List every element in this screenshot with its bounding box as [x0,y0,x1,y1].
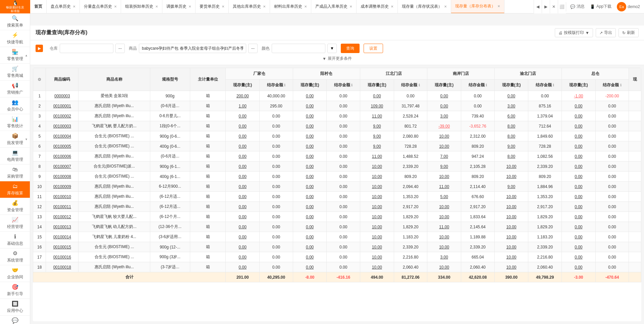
system-icon: ⚙ [13,250,17,257]
print-icon: 🖨 [558,31,562,35]
tab-10[interactable]: 现存量（库存状况表） ✕ [398,0,451,13]
tab-2[interactable]: 分量盘点单历史 ✕ [80,0,121,13]
c5-info-icon[interactable]: ℹ [553,83,554,87]
setting-btn[interactable]: 设置 [364,44,383,53]
c3-info-icon[interactable]: ℹ [419,83,420,87]
th-settings[interactable]: ⚙ [33,68,46,91]
sidebar-item-base[interactable]: ℹ 基础信息 [0,232,30,248]
total-row: 合计201.0040,295.00-8.00-416.16494.0081,27… [33,272,641,282]
sidebar-item-wechat[interactable]: 💬 企业微信 [0,316,30,324]
table-container[interactable]: ⚙ 商品编码 商品名称 规格型号 主计量单位 厂家仓 陌村仓 江北门店 南岸门店… [33,68,641,321]
tab-8[interactable]: 产成品入库单历史 ✕ [311,0,357,13]
export-btn[interactable]: ↗ 导出 [596,28,616,37]
goods-filter: 商品 ··· [129,44,258,53]
sidebar-item-purchase[interactable]: 🛍 采购管理 [0,165,30,181]
tab-11[interactable]: 现存量（库存分布表） ✕ [451,0,504,13]
inventory-icon: 🗂 [12,183,18,189]
tab-home[interactable]: 首页 [30,0,47,13]
color-dropdown-btn[interactable]: ▼ [327,44,337,53]
print-label: 按模版打印 [564,30,584,36]
tab-4[interactable]: 调拨单历史 ✕ [162,0,196,13]
tab-close-btn[interactable]: ✕ [550,0,558,13]
table-row: 1200100011惠氏启陪 (Wyeth illu...(6-12月适...箱… [33,202,641,212]
tab-next-btn[interactable]: ▶ [542,0,550,13]
sidebar-item-shop[interactable]: 🛒 零售商城 [0,64,30,81]
sidebar-item-collab[interactable]: 🤝 企业协同 [0,265,30,282]
sidebar-label-appstore: 应用中心 [7,308,23,314]
th-c3-amt: 结存金额 ℹ [394,80,427,91]
sidebar-item-finance[interactable]: 💰 资金管理 [0,198,30,215]
collapse-btn[interactable]: ▶ [36,45,43,52]
user-menu-btn[interactable]: Ea demo2 [617,2,640,11]
sidebar-item-appstore[interactable]: 🔲 应用中心 [0,299,30,316]
download-icon: 📱 [590,4,595,9]
c2-info-icon[interactable]: ℹ [351,83,353,87]
tab-prev-btn[interactable]: ◀ [534,0,542,13]
th-group-c2: 陌村仓 [293,68,360,80]
filter-row: ▶ 仓库 ··· 商品 ··· 颜色 ▼ 查询 设置 [36,44,639,53]
search-btn[interactable]: 查询 [341,44,360,53]
expand-row[interactable]: ▼ 展开更多条件 [36,56,639,61]
th-c4-amt: 结存金额 ℹ [461,80,495,91]
tab-3[interactable]: 组装拆卸单历史 ✕ [121,0,162,13]
wholesale-icon: 📦 [12,133,18,139]
sidebar-label-base: 基础信息 [7,241,23,246]
c1-info-icon[interactable]: ℹ [284,83,285,87]
goods-input[interactable] [139,44,246,53]
goods-dots-btn[interactable]: ··· [248,44,258,53]
tab-7[interactable]: 材料出库单历史 ✕ [270,0,311,13]
sidebar-label-purchase: 采购管理 [7,174,23,179]
total-label: 合计 [33,272,226,282]
sidebar-label-marketing: 营销推广 [7,90,23,95]
total-info-icon[interactable]: ℹ [620,83,622,87]
refresh-btn[interactable]: ↻ 刷新 [619,28,639,37]
sidebar-item-guide[interactable]: 🎯 新手引导 [0,282,30,299]
warehouse-input[interactable] [60,44,113,53]
print-btn[interactable]: 🖨 按模版打印 ▼ [555,28,593,37]
message-btn[interactable]: 💬 消息 [570,4,585,9]
tab-9[interactable]: 成本调整单历史 ✕ [357,0,398,13]
sidebar-label-inventory: 库存核算 [7,190,23,196]
th-c2-qty: 现存量(主) [293,80,327,91]
tab-expand-btn[interactable]: ⬜ [558,0,566,13]
color-label: 颜色 [262,46,270,51]
sidebar-item-ops[interactable]: 📈 经营管理 [0,215,30,232]
tab-5[interactable]: 要货单历史 ✕ [196,0,229,13]
sidebar-item-member[interactable]: 👥 会员中心 [0,97,30,114]
th-c2-amt: 结存金额 ℹ [327,80,360,91]
sidebar-label-retail: 零售管理 [7,56,23,62]
sidebar-item-search[interactable]: 🔍 搜索英单 [0,13,30,30]
sidebar-item-nav[interactable]: ⚡ 快捷导航 [0,30,30,47]
wechat-icon: 💬 [12,317,18,324]
sidebar-item-wholesale[interactable]: 📦 批发管理 ▼ [0,131,30,148]
guide-icon: 🎯 [12,284,18,290]
tab-1[interactable]: 盘点单历史 ✕ [47,0,80,13]
color-input[interactable] [272,44,325,53]
th-total-qty: 现存量(主) [562,80,596,91]
c4-info-icon[interactable]: ℹ [486,83,487,87]
th-current: 现 [629,68,641,91]
sidebar-item-retail[interactable]: 🏪 零售管理 ▲ [0,47,30,64]
th-c1-qty: 现存量(主) [226,80,260,91]
sidebar-item-ecom[interactable]: 💻 电商管理 [0,148,30,165]
marketing-icon: 📢 [12,82,18,89]
base-icon: ℹ [14,233,16,240]
sidebar-label-ecom: 电商管理 [7,157,23,163]
main-content: 现存量查询(库存分布) 🖨 按模版打印 ▼ ↗ 导出 ↻ 刷新 ▶ 仓库 · [30,26,644,324]
goods-label: 商品 [129,46,137,51]
sidebar-item-inventory[interactable]: 🗂 库存核算 [0,181,30,198]
username-label: demo2 [628,4,640,9]
sidebar-item-marketing[interactable]: 📢 营销推广 [0,81,30,97]
warehouse-dots-btn[interactable]: ··· [115,44,125,53]
tab-6[interactable]: 其他出库单历史 ✕ [229,0,270,13]
th-c4-qty: 现存量(主) [427,80,461,91]
th-group-c1: 厂家仓 [226,68,293,80]
shop-icon: 🛒 [12,65,18,72]
refresh-icon: ↻ [622,31,626,35]
sidebar-item-system[interactable]: ⚙ 系统管理 [0,248,30,265]
sidebar-label-search: 搜索英单 [7,22,23,28]
sidebar-item-retail-stat[interactable]: 📊 零售统计 [0,114,30,131]
th-group-c4: 南岸门店 [427,68,494,80]
app-download-btn[interactable]: 📱 App下载 [590,4,611,9]
table-row: 1600100015合生元 (BIOSTIME) ...900g (12-...… [33,242,641,252]
